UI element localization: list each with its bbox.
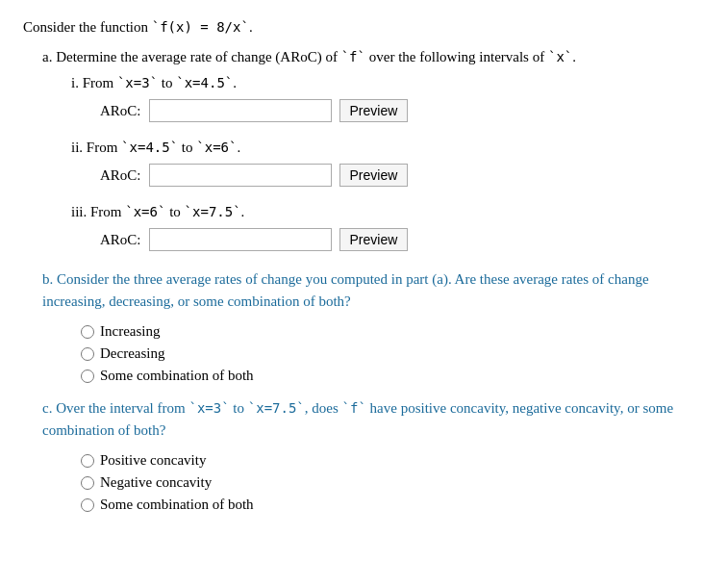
radio-label-positive-concavity: Positive concavity [100, 452, 206, 469]
radio-negative-concavity[interactable] [81, 476, 94, 490]
radio-label-combination-b: Some combination of both [100, 368, 254, 384]
preview-button-iii[interactable]: Preview [339, 228, 409, 251]
radio-item-increasing: Increasing [81, 323, 705, 340]
radio-combination-b[interactable] [81, 369, 94, 383]
aroc-row-i: ARoC: Preview [100, 99, 705, 122]
radio-combination-c[interactable] [81, 498, 94, 512]
radio-item-combination-b: Some combination of both [81, 368, 705, 384]
main-title: Consider the function `f(x) = 8/x`. [23, 19, 705, 36]
sub-part-ii-label: ii. From `x=4.5` to `x=6`. [71, 140, 705, 156]
radio-item-combination-c: Some combination of both [81, 497, 705, 513]
aroc-label-iii: ARoC: [100, 232, 141, 248]
aroc-row-ii: ARoC: Preview [100, 164, 705, 187]
radio-item-decreasing: Decreasing [81, 345, 705, 362]
radio-label-increasing: Increasing [100, 323, 160, 340]
aroc-input-iii[interactable] [149, 228, 332, 251]
radio-decreasing[interactable] [81, 347, 94, 361]
preview-button-ii[interactable]: Preview [339, 164, 409, 187]
preview-button-i[interactable]: Preview [339, 99, 409, 122]
part-b-label: b. Consider the three average rates of c… [42, 268, 705, 312]
sub-part-i-label: i. From `x=3` to `x=4.5`. [71, 75, 705, 91]
aroc-label-ii: ARoC: [100, 167, 141, 184]
radio-positive-concavity[interactable] [81, 454, 94, 468]
aroc-input-i[interactable] [149, 99, 332, 122]
aroc-input-ii[interactable] [149, 164, 332, 187]
part-c-radio-group: Positive concavity Negative concavity So… [81, 452, 705, 513]
radio-label-negative-concavity: Negative concavity [100, 474, 212, 491]
radio-label-combination-c: Some combination of both [100, 497, 254, 513]
part-b-radio-group: Increasing Decreasing Some combination o… [81, 323, 705, 384]
part-a-label: a. Determine the average rate of change … [42, 49, 705, 65]
part-c-label: c. Over the interval from `x=3` to `x=7.… [42, 397, 705, 441]
sub-part-iii-label: iii. From `x=6` to `x=7.5`. [71, 204, 705, 220]
aroc-row-iii: ARoC: Preview [100, 228, 705, 251]
radio-label-decreasing: Decreasing [100, 345, 164, 362]
radio-item-negative-concavity: Negative concavity [81, 474, 705, 491]
radio-item-positive-concavity: Positive concavity [81, 452, 705, 469]
aroc-label-i: ARoC: [100, 103, 141, 119]
radio-increasing[interactable] [81, 325, 94, 339]
